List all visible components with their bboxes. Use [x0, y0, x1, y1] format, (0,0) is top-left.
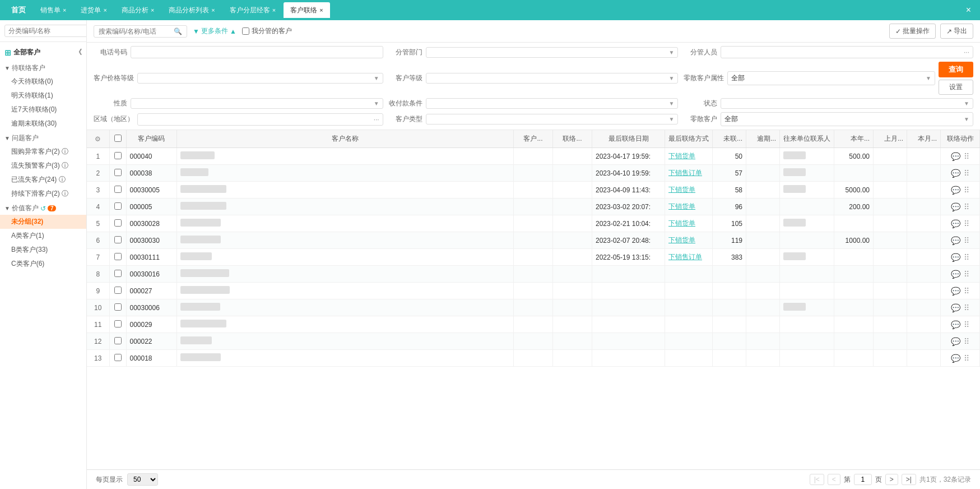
chat-icon[interactable]: 💬	[951, 354, 960, 363]
tab-home[interactable]: 首页	[4, 2, 32, 18]
close-purchase-tab[interactable]: ×	[103, 7, 106, 13]
phone-input[interactable]	[131, 46, 383, 58]
last-method-link[interactable]: 下销货单	[668, 152, 695, 160]
my-customer-check[interactable]	[242, 27, 249, 35]
more-actions-icon[interactable]: ⠿	[964, 186, 969, 195]
item-declining[interactable]: 持续下滑客户(2) ⓘ	[0, 187, 86, 201]
row-select[interactable]	[114, 169, 122, 176]
region-select[interactable]: ···	[137, 113, 383, 126]
next-page-btn[interactable]: >	[885, 474, 898, 485]
item-today[interactable]: 今天待联络(0)	[0, 75, 86, 89]
item-ungroup[interactable]: 未分组(32)	[0, 215, 86, 229]
last-method-link[interactable]: 下销货单	[668, 202, 695, 210]
tab-customer-contact[interactable]: 客户联络 ×	[284, 2, 329, 18]
last-method-link[interactable]: 下销售订单	[668, 169, 702, 177]
item-classA[interactable]: A类客户(1)	[0, 229, 86, 243]
more-actions-icon[interactable]: ⠿	[964, 152, 969, 161]
more-actions-icon[interactable]: ⠿	[964, 202, 969, 211]
th-checkbox[interactable]	[109, 130, 126, 148]
row-checkbox[interactable]	[109, 316, 126, 333]
last-method-link[interactable]: 下销货单	[668, 186, 695, 193]
item-classC[interactable]: C类客户(6)	[0, 257, 86, 271]
section-value[interactable]: ▼ 价值客户 ↺ 7	[0, 201, 86, 215]
page-size-select[interactable]: 50 100 200	[127, 473, 158, 486]
more-actions-icon[interactable]: ⠿	[964, 287, 969, 296]
row-checkbox[interactable]	[109, 333, 126, 350]
more-actions-icon[interactable]: ⠿	[964, 169, 969, 178]
last-page-btn[interactable]: >|	[902, 474, 916, 485]
refresh-icon[interactable]: ↺	[40, 205, 46, 213]
retail-attr-select[interactable]: 全部 ▼	[727, 71, 935, 85]
row-select[interactable]	[114, 320, 122, 327]
dept-select[interactable]: ▼	[426, 47, 679, 58]
th-code[interactable]: 客户编码	[126, 130, 177, 148]
section-pending[interactable]: ▼ 待联络客户	[0, 61, 86, 75]
last-method-link[interactable]: 下销货单	[668, 236, 695, 244]
row-checkbox[interactable]	[109, 215, 126, 232]
close-sales-tab[interactable]: ×	[63, 7, 66, 13]
row-select[interactable]	[114, 287, 122, 294]
chat-icon[interactable]: 💬	[951, 236, 960, 245]
row-select[interactable]	[114, 236, 122, 243]
row-select[interactable]	[114, 219, 122, 227]
main-search-input[interactable]	[99, 27, 171, 35]
chat-icon[interactable]: 💬	[951, 219, 960, 228]
tab-sales[interactable]: 销售单 ×	[34, 2, 73, 18]
retail-select[interactable]: 全部 ▼	[721, 112, 973, 126]
row-checkbox[interactable]	[109, 232, 126, 249]
more-filter-btn[interactable]: ▼ 更多条件 ▲	[193, 26, 236, 36]
last-method-link[interactable]: 下销货单	[668, 219, 695, 227]
collapse-icon[interactable]: 《	[75, 48, 82, 57]
more-actions-icon[interactable]: ⠿	[964, 236, 969, 245]
row-checkbox[interactable]	[109, 165, 126, 182]
row-select[interactable]	[114, 202, 122, 210]
item-abnormal[interactable]: 囤购异常客户(2) ⓘ	[0, 145, 86, 159]
item-overdue[interactable]: 逾期未联络(30)	[0, 117, 86, 131]
row-select[interactable]	[114, 152, 122, 159]
row-checkbox[interactable]	[109, 299, 126, 316]
sidebar-search-input[interactable]	[4, 25, 87, 37]
my-customer-checkbox[interactable]: 我分管的客户	[242, 26, 292, 36]
chat-icon[interactable]: 💬	[951, 152, 960, 161]
chat-icon[interactable]: 💬	[951, 186, 960, 195]
payment-select[interactable]: ▼	[426, 98, 679, 109]
select-all-checkbox[interactable]	[114, 135, 122, 142]
window-close-btn[interactable]: ×	[962, 5, 976, 15]
tab-customer-segment[interactable]: 客户分层经客 ×	[223, 2, 282, 18]
more-actions-icon[interactable]: ⠿	[964, 303, 969, 312]
chat-icon[interactable]: 💬	[951, 169, 960, 178]
chat-icon[interactable]: 💬	[951, 303, 960, 312]
row-checkbox[interactable]	[109, 283, 126, 299]
chat-icon[interactable]: 💬	[951, 202, 960, 211]
cust-type-select[interactable]: ▼	[426, 114, 679, 124]
section-problem[interactable]: ▼ 问题客户	[0, 131, 86, 145]
row-checkbox[interactable]	[109, 249, 126, 266]
sidebar-root[interactable]: ⊞ 全部客户 《	[0, 44, 86, 61]
row-select[interactable]	[114, 270, 122, 277]
chat-icon[interactable]: 💬	[951, 320, 960, 329]
row-checkbox[interactable]	[109, 350, 126, 367]
export-btn[interactable]: ↗ 导出	[940, 24, 973, 39]
more-actions-icon[interactable]: ⠿	[964, 354, 969, 363]
more-actions-icon[interactable]: ⠿	[964, 337, 969, 346]
more-actions-icon[interactable]: ⠿	[964, 270, 969, 279]
close-segment-tab[interactable]: ×	[272, 7, 276, 13]
row-select[interactable]	[114, 337, 122, 344]
more-actions-icon[interactable]: ⠿	[964, 320, 969, 329]
chat-icon[interactable]: 💬	[951, 253, 960, 262]
batch-op-btn[interactable]: ✓ 批量操作	[889, 24, 936, 39]
more-actions-icon[interactable]: ⠿	[964, 219, 969, 228]
item-classB[interactable]: B类客户(33)	[0, 243, 86, 257]
search-icon[interactable]: 🔍	[174, 27, 182, 35]
item-churned[interactable]: 已流失客户(24) ⓘ	[0, 173, 86, 187]
price-grade-select[interactable]: ▼	[137, 73, 383, 84]
item-tomorrow[interactable]: 明天待联络(1)	[0, 89, 86, 103]
row-checkbox[interactable]	[109, 266, 126, 283]
more-person-btn[interactable]: ···	[964, 48, 969, 56]
row-checkbox[interactable]	[109, 148, 126, 165]
chat-icon[interactable]: 💬	[951, 337, 960, 346]
tab-purchase[interactable]: 进货单 ×	[74, 2, 113, 18]
status-select[interactable]: ▼	[721, 98, 973, 109]
row-select[interactable]	[114, 303, 122, 311]
row-select[interactable]	[114, 186, 122, 193]
